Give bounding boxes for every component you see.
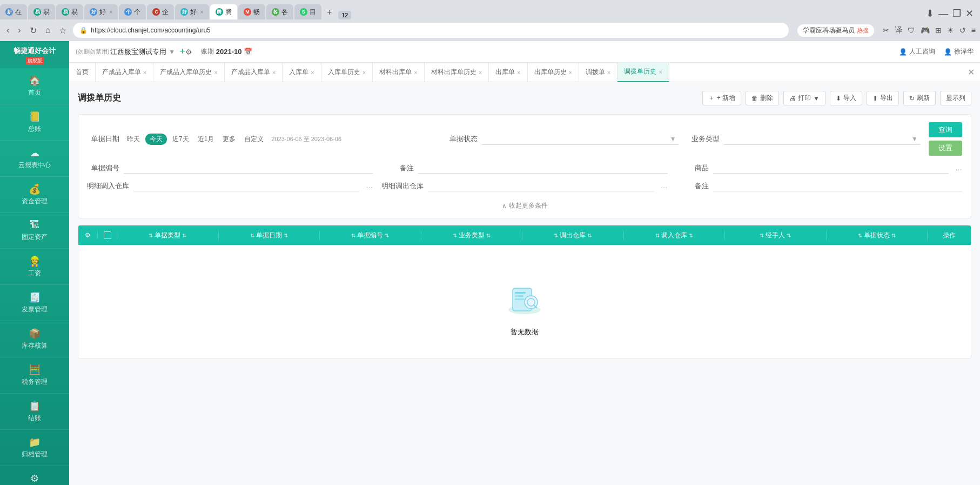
filter-goods-input[interactable] [713,162,949,174]
th-handler[interactable]: ⇅ 经手人 ⇅ [725,231,827,240]
browser-tab-2[interactable]: 易 易 [28,4,55,19]
home-button[interactable]: ⌂ [43,24,53,36]
th-doc-date[interactable]: ⇅ 单据日期 ⇅ [219,231,320,240]
th-doc-status[interactable]: ⇅ 单据状态 ⇅ [827,231,928,240]
page-tab-home[interactable]: 首页 [69,63,96,82]
sidebar-item-ledger[interactable]: 📒 总账 [0,104,69,141]
forward-button[interactable]: › [16,24,23,36]
sidebar-item-assets[interactable]: 🏗 固定资产 [0,213,69,249]
sidebar-item-payroll[interactable]: 👷 工资 [0,249,69,285]
browser-tab-1[interactable]: 新 在 [0,4,27,19]
tab-close-7[interactable]: × [200,9,203,15]
filter-biz-select[interactable]: ▼ [724,134,920,145]
sidebar-item-reports[interactable]: ☁ 云报表中心 [0,141,69,177]
th-doc-type[interactable]: ⇅ 单据类型 ⇅ [117,231,219,240]
filter-remark-input[interactable] [418,162,667,174]
grid-icon[interactable]: ⊞ [935,26,942,35]
date-btn-today[interactable]: 今天 [145,134,167,145]
filter-backup-input[interactable] [713,180,962,191]
sidebar-item-inventory[interactable]: 📦 库存核算 [0,321,69,357]
page-tab-inbound-close[interactable]: × [143,69,146,76]
new-tab-button[interactable]: + [323,5,336,19]
scissors-icon[interactable]: ✂ [883,26,889,35]
th-checkbox[interactable] [98,231,117,239]
display-cols-button[interactable]: 显示列 [940,91,971,105]
query-button[interactable]: 查询 [929,122,962,137]
close-window-icon[interactable]: ✕ [965,8,974,19]
sidebar-item-settings[interactable]: ⚙ 基础设置 [0,466,69,485]
new-button[interactable]: ＋ + 新增 [702,91,741,105]
page-tab-out-hist-close[interactable]: × [569,69,572,76]
sidebar-item-archive[interactable]: 📁 归档管理 [0,430,69,466]
th-out-warehouse[interactable]: ⇅ 调出仓库 ⇅ [522,231,624,240]
sidebar-item-tax[interactable]: 🧮 税务管理 [0,357,69,394]
sidebar-item-closing[interactable]: 📋 结账 [0,394,69,430]
detail-out-more-icon[interactable]: … [661,182,668,190]
header-checkbox[interactable] [104,231,111,239]
page-tab-inbound2-close[interactable]: × [272,69,276,76]
collapse-button[interactable]: ∧ 收起更多条件 [87,198,962,210]
export-button[interactable]: ⬆ 导出 [867,91,899,105]
company-settings-button[interactable]: ⚙ [185,48,192,56]
page-tab-material-out-hist[interactable]: 材料出库单历史 × [425,63,489,82]
page-tab-out-close[interactable]: × [517,69,520,76]
page-tab-transfer-close[interactable]: × [607,69,610,76]
reload-button[interactable]: ↻ [28,24,39,37]
browser-tab-8[interactable]: 腾 腾 [210,4,237,19]
browser-tab-7[interactable]: 好 好 × [175,4,209,19]
shield-icon[interactable]: 🛡 [908,26,915,35]
date-btn-1month[interactable]: 近1月 [194,134,218,145]
maximize-icon[interactable]: ❐ [952,8,961,19]
refresh-button[interactable]: ↻ 刷新 [903,91,936,105]
download-icon[interactable]: ⬇ [926,8,934,19]
page-tab-stock-in-close[interactable]: × [311,69,314,76]
page-tab-out[interactable]: 出库单 × [489,63,527,82]
brightness-icon[interactable]: ☀ [947,26,954,35]
undo-icon[interactable]: ↺ [959,26,966,35]
bookmark-button[interactable]: ☆ [57,24,69,37]
delete-button[interactable]: 🗑 删除 [746,91,779,105]
browser-tab-10[interactable]: 各 各 [266,4,293,19]
page-tab-stock-in[interactable]: 入库单 × [283,63,321,82]
sidebar-item-home[interactable]: 🏠 首页 [0,68,69,104]
close-all-tabs-button[interactable]: ✕ [962,67,980,77]
page-tab-material-out-close[interactable]: × [414,69,417,76]
detail-in-more-icon[interactable]: … [366,182,373,190]
page-tab-inbound[interactable]: 产成品入库单 × [96,63,153,82]
sidebar-item-invoice[interactable]: 🧾 发票管理 [0,285,69,321]
filter-detail-in-input[interactable] [133,180,359,191]
back-button[interactable]: ‹ [4,24,11,36]
th-biz-type[interactable]: ⇅ 业务类型 ⇅ [421,231,523,240]
calendar-icon[interactable]: 📅 [244,48,252,56]
translate-icon[interactable]: 译 [895,25,902,35]
search-bar[interactable]: 学霸应聘场驱鸟员 热搜 [797,24,874,37]
page-tab-transfer[interactable]: 调拨单 × [579,63,617,82]
import-button[interactable]: ⬇ 导入 [830,91,862,105]
company-selector[interactable]: (勿删勿禁用) 江西服宝测试专用 ▼ [76,47,175,57]
browser-tab-6[interactable]: C 企 [147,4,174,19]
menu-icon[interactable]: ≡ [971,26,976,35]
th-gear[interactable]: ⚙ [78,231,98,239]
sidebar-item-funds[interactable]: 💰 资金管理 [0,177,69,213]
page-tab-inbound2[interactable]: 产成品入库单 × [225,63,283,82]
date-btn-yesterday[interactable]: 昨天 [124,134,143,145]
filter-detail-out-input[interactable] [428,180,654,191]
page-tab-material-out-hist-close[interactable]: × [479,69,482,76]
browser-tab-4[interactable]: 好 好 × [84,4,118,19]
date-btn-7days[interactable]: 近7天 [169,134,192,145]
page-tab-stock-in-hist[interactable]: 入库单历史 × [321,63,373,82]
browser-tab-5[interactable]: 个 个 [119,4,146,19]
filter-status-select[interactable]: ▼ [482,134,678,145]
th-in-warehouse[interactable]: ⇅ 调入仓库 ⇅ [624,231,726,240]
help-button[interactable]: 👤 人工咨询 [899,47,935,56]
add-company-button[interactable]: + [179,46,185,57]
page-tab-stock-in-hist-close[interactable]: × [363,69,366,76]
page-tab-inbound-hist-close[interactable]: × [214,69,217,76]
browser-tab-9[interactable]: M 畅 [238,4,265,19]
page-tab-out-hist[interactable]: 出库单历史 × [528,63,579,82]
minimize-icon[interactable]: — [938,8,948,19]
page-tab-transfer-hist[interactable]: 调拨单历史 × [617,63,669,82]
print-button[interactable]: 🖨 打印 ▼ [783,91,825,105]
settings-button[interactable]: 设置 [929,141,962,156]
address-bar[interactable]: 🔒 https://cloud.chanjet.com/accounting/u… [73,23,789,38]
